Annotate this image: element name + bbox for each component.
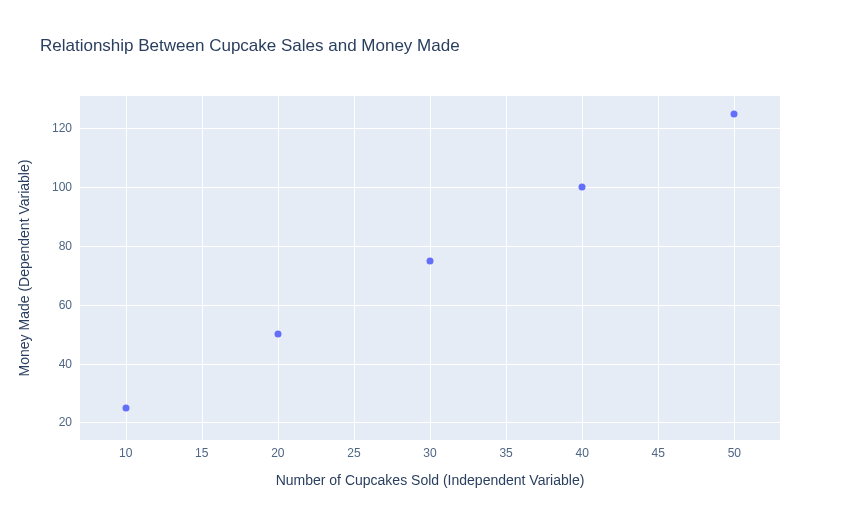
y-tick: 80 (59, 239, 72, 253)
y-tick: 60 (59, 298, 72, 312)
data-point (579, 184, 586, 191)
gridline-v (582, 96, 583, 440)
x-tick: 10 (119, 446, 132, 460)
plot-area (80, 96, 780, 440)
gridline-h (80, 128, 780, 129)
x-tick: 15 (195, 446, 208, 460)
gridline-h (80, 305, 780, 306)
gridline-h (80, 187, 780, 188)
x-tick: 25 (347, 446, 360, 460)
x-tick: 30 (423, 446, 436, 460)
data-point (122, 404, 129, 411)
y-tick: 40 (59, 357, 72, 371)
chart-title: Relationship Between Cupcake Sales and M… (40, 36, 460, 56)
x-tick: 45 (652, 446, 665, 460)
gridline-h (80, 422, 780, 423)
gridline-v (734, 96, 735, 440)
gridline-v (430, 96, 431, 440)
gridline-v (658, 96, 659, 440)
data-point (274, 331, 281, 338)
data-point (427, 257, 434, 264)
y-tick: 120 (52, 121, 72, 135)
gridline-v (278, 96, 279, 440)
y-tick: 20 (59, 415, 72, 429)
gridline-v (506, 96, 507, 440)
data-point (731, 110, 738, 117)
y-axis-label: Money Made (Dependent Variable) (16, 160, 32, 377)
gridline-v (202, 96, 203, 440)
gridline-v (126, 96, 127, 440)
x-tick: 40 (575, 446, 588, 460)
x-tick: 20 (271, 446, 284, 460)
x-axis-label: Number of Cupcakes Sold (Independent Var… (276, 472, 585, 488)
gridline-h (80, 246, 780, 247)
x-tick: 50 (728, 446, 741, 460)
gridline-h (80, 364, 780, 365)
x-tick: 35 (499, 446, 512, 460)
gridline-v (354, 96, 355, 440)
y-tick: 100 (52, 180, 72, 194)
